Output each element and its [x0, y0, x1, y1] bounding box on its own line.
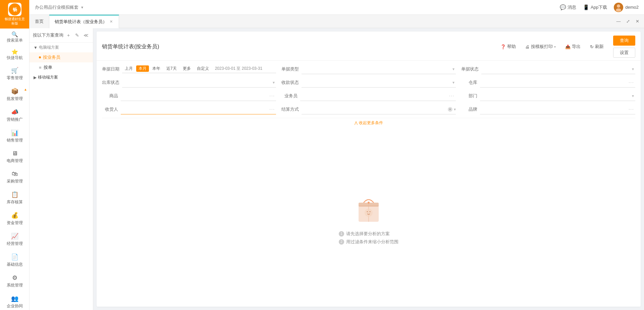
department-input[interactable] [480, 93, 635, 99]
salesperson-dots-icon[interactable]: ··· [449, 93, 454, 99]
left-panel-header: 按以下方案查询 + ✎ ≪ [30, 28, 93, 43]
svg-point-4 [616, 8, 621, 12]
goods-input[interactable] [121, 93, 276, 99]
svg-point-11 [370, 211, 371, 212]
collapse-panel-button[interactable]: ≪ [82, 32, 90, 39]
doc-type-dropdown-icon[interactable]: ▾ [452, 67, 454, 71]
sidebar-item-purchase[interactable]: 🛍 采购管理 [0, 167, 29, 188]
sidebar-item-search[interactable]: 🔍 搜索菜单 [0, 29, 29, 46]
warehouse-input[interactable] [480, 79, 635, 86]
user-avatar[interactable]: demo2 [614, 3, 639, 12]
date-this-year-button[interactable]: 本年 [150, 65, 163, 72]
app-download-button[interactable]: 📱 App下载 [583, 4, 607, 10]
sidebar-item-marketing[interactable]: 📣 营销推广 [0, 105, 29, 126]
sidebar-item-enterprise[interactable]: 👥 企业协同 [0, 292, 29, 310]
department-label: 部门 [461, 93, 480, 99]
goods-wrapper: ··· [121, 91, 276, 101]
app-logo[interactable]: 畅 畅捷通好生意 标版 [0, 0, 29, 29]
date-this-month-button[interactable]: 本月 [136, 65, 149, 72]
tree-item-mobile[interactable]: ▶ 移动端方案 [30, 72, 93, 82]
outbound-input[interactable] [122, 79, 276, 86]
salesperson-input[interactable] [300, 93, 455, 99]
doc-status-input[interactable] [481, 66, 635, 72]
sidebar-item-ecommerce[interactable]: 🖥 电商管理 [0, 147, 29, 167]
tab-sales-stat[interactable]: 销货单统计表（按业务员） ✕ [49, 15, 119, 28]
date-7days-button[interactable]: 近7天 [164, 65, 179, 72]
collapse-button[interactable]: ⋀ 收起更多条件 [102, 118, 635, 128]
tree-expand-icon: ▼ [34, 45, 38, 50]
sidebar-item-finance[interactable]: 💰 资金管理 [0, 208, 29, 229]
brand-dots-icon[interactable]: ··· [629, 107, 634, 112]
outbound-wrapper: ▾ [122, 78, 276, 88]
brand-input[interactable] [480, 106, 635, 112]
tree-collapse-icon: ▶ [34, 75, 37, 80]
doc-type-wrapper: ▾ [302, 64, 455, 74]
outbound-dropdown-icon[interactable]: ▾ [273, 81, 275, 85]
tree-item-by-order[interactable]: ≡ 按单 [30, 62, 93, 72]
date-last-month-button[interactable]: 上月 [122, 65, 136, 72]
tab-home-label: 首页 [35, 18, 44, 24]
retail-icon: 🛒 [11, 67, 18, 74]
sidebar-item-management[interactable]: 📈 经营管理 [0, 229, 29, 250]
payment-status-dropdown-icon[interactable]: ▾ [452, 81, 454, 85]
basic-info-icon: 📄 [11, 253, 18, 261]
add-scheme-button[interactable]: + [65, 32, 72, 39]
left-panel-title: 按以下方案查询 [33, 32, 63, 38]
app-subtitle: 标版 [11, 21, 18, 26]
goods-label: 商品 [102, 93, 121, 99]
refresh-button[interactable]: ↻ 刷新 [587, 42, 606, 51]
workspace-selector[interactable]: 办公用品行业模拟账套 ▾ [35, 4, 83, 10]
workspace-dropdown-icon: ▾ [81, 5, 83, 10]
tab-close-icon[interactable]: ✕ [109, 19, 113, 24]
payment-method-dropdown-icon[interactable]: ▾ [454, 107, 456, 111]
hint-1: 1 请先选择要分析的方案 [339, 231, 398, 237]
edit-scheme-button[interactable]: ✎ [73, 32, 81, 39]
help-button[interactable]: ❓ 帮助 [498, 42, 519, 51]
date-more-button[interactable]: 更多 [180, 65, 194, 72]
payment-method-clear-icon[interactable]: ✕ [448, 107, 452, 112]
department-dropdown-icon[interactable]: ▾ [632, 94, 634, 98]
payment-method-input[interactable] [302, 106, 446, 112]
goods-dots-icon[interactable]: ··· [269, 93, 275, 99]
tree-item-desktop[interactable]: ▼ 电脑端方案 [30, 43, 93, 52]
sidebar-item-wholesale[interactable]: 📦 批发管理 ▲ [0, 84, 29, 105]
warehouse-dots-icon[interactable]: ··· [629, 80, 634, 85]
sidebar-item-basic-info[interactable]: 📄 基础信息 [0, 250, 29, 271]
consignee-input[interactable] [121, 106, 276, 112]
sidebar-item-inventory[interactable]: 📋 库存核算 [0, 188, 29, 208]
tab-bar: 首页 销货单统计表（按业务员） ✕ — ⤢ ✕ [30, 15, 644, 28]
consignee-dots-icon[interactable]: ··· [269, 107, 275, 112]
print-template-button[interactable]: 🖨 按模板打印 ▾ [523, 42, 558, 51]
brand-label: 品牌 [461, 106, 480, 112]
settings-button[interactable]: 设置 [613, 48, 635, 58]
hint-number-2: 2 [339, 239, 344, 245]
tree-item-by-salesperson[interactable]: 按业务员 [30, 52, 93, 62]
doc-type-input[interactable] [302, 66, 455, 72]
filter-section: 单据日期 上月 本月 本年 近7天 更多 自定义 2023-03-01 至 20… [97, 61, 641, 131]
sidebar-item-sales[interactable]: 📊 销售管理 [0, 126, 29, 147]
main-container: 办公用品行业模拟账套 ▾ 💬 消息 📱 App下载 demo2 首页 [30, 0, 644, 310]
tab-home[interactable]: 首页 [30, 15, 49, 28]
hint-number-1: 1 [339, 231, 344, 237]
sidebar-item-system[interactable]: ⚙ 系统管理 [0, 271, 29, 292]
payment-status-input[interactable] [302, 79, 455, 86]
workspace-title: 办公用品行业模拟账套 [35, 4, 78, 10]
tab-close-all-button[interactable]: ✕ [633, 17, 641, 25]
sidebar-item-retail[interactable]: 🛒 零售管理 [0, 63, 29, 84]
minimize-icon: — [616, 19, 621, 24]
export-icon: 📤 [565, 44, 571, 49]
hint-text-2: 用过滤条件来缩小分析范围 [346, 239, 398, 245]
tab-maximize-button[interactable]: ⤢ [624, 17, 632, 25]
doc-status-dropdown-icon[interactable]: ▾ [632, 67, 634, 71]
sidebar-item-shortcut[interactable]: ⭐ 快捷导航 [0, 46, 29, 63]
tab-minimize-button[interactable]: — [614, 17, 623, 25]
export-button[interactable]: 📤 导出 [562, 42, 583, 51]
message-button[interactable]: 💬 消息 [560, 4, 576, 10]
system-icon: ⚙ [12, 274, 17, 281]
date-range-display: 2023-03-01 至 2023-03-31 [215, 66, 262, 71]
query-button[interactable]: 查询 [613, 36, 635, 46]
enterprise-icon: 👥 [11, 295, 18, 302]
date-custom-button[interactable]: 自定义 [194, 65, 212, 72]
top-header: 办公用品行业模拟账套 ▾ 💬 消息 📱 App下载 demo2 [30, 0, 644, 15]
purchase-icon: 🛍 [12, 170, 18, 177]
